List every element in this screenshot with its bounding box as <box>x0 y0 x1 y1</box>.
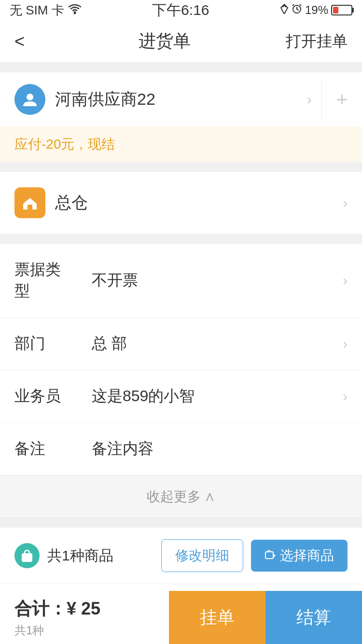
bottom-bar: 合计：¥ 25 共1种 挂单 结算 <box>0 591 362 644</box>
supplier-chevron-icon: › <box>307 91 312 108</box>
products-header: 共1种商品 修改明细 选择商品 <box>0 528 362 584</box>
collapse-bar[interactable]: 收起更多 ∧ <box>0 476 362 518</box>
remark-input[interactable]: 备注内容 <box>72 438 333 460</box>
select-product-label: 选择商品 <box>280 546 334 565</box>
salesperson-chevron-icon: › <box>343 388 348 405</box>
carrier-label: 无 SIM 卡 <box>10 2 64 19</box>
battery-percent: 19% <box>305 3 328 17</box>
select-product-button[interactable]: 选择商品 <box>251 540 348 572</box>
svg-rect-4 <box>22 553 32 562</box>
invoice-type-row[interactable]: 票据类型 不开票 › <box>0 244 362 318</box>
page-title: 进货单 <box>139 29 191 53</box>
department-label: 部门 <box>14 333 72 354</box>
remark-row[interactable]: 备注 备注内容 › <box>0 423 362 476</box>
warehouse-chevron-icon: › <box>343 195 348 211</box>
department-chevron-icon: › <box>343 336 348 352</box>
checkout-button[interactable]: 结算 <box>265 591 362 644</box>
nav-bar: < 进货单 打开挂单 <box>0 20 362 63</box>
svg-rect-5 <box>265 552 273 559</box>
department-value: 总 部 <box>72 333 338 354</box>
section-gap-3 <box>0 234 362 244</box>
warehouse-name: 总仓 <box>55 192 338 214</box>
wifi-icon <box>68 3 82 18</box>
total-amount: 合计：¥ 25 <box>14 597 154 621</box>
bottom-summary: 合计：¥ 25 共1种 <box>0 591 169 644</box>
salesperson-label: 业务员 <box>14 386 72 407</box>
alarm-icon <box>292 3 302 17</box>
section-gap-4 <box>0 518 362 528</box>
status-left: 无 SIM 卡 <box>10 2 82 19</box>
svg-point-2 <box>27 94 33 100</box>
invoice-type-label: 票据类型 <box>14 259 72 302</box>
invoice-chevron-icon: › <box>343 272 348 289</box>
open-hang-button[interactable]: 打开挂单 <box>286 31 348 52</box>
status-time: 下午6:16 <box>152 0 209 20</box>
total-count: 共1种 <box>14 623 154 638</box>
warehouse-icon <box>14 187 45 218</box>
supplier-selector[interactable]: 河南供应商22 › <box>14 72 312 126</box>
salesperson-row[interactable]: 业务员 这是859的小智 › <box>0 370 362 423</box>
supplier-divider <box>321 80 322 119</box>
section-gap-1 <box>0 63 362 72</box>
products-bag-icon <box>14 543 40 568</box>
select-product-icon <box>265 550 276 561</box>
add-supplier-button[interactable]: + <box>332 72 348 126</box>
location-icon <box>280 3 289 17</box>
back-button[interactable]: < <box>14 31 43 52</box>
department-row[interactable]: 部门 总 部 › <box>0 318 362 370</box>
edit-detail-button[interactable]: 修改明细 <box>161 539 243 572</box>
remark-label: 备注 <box>14 438 72 460</box>
section-gap-2 <box>0 162 362 172</box>
invoice-type-value: 不开票 <box>72 270 338 291</box>
hang-button[interactable]: 挂单 <box>169 591 265 644</box>
status-bar: 无 SIM 卡 下午6:16 19% <box>0 0 362 20</box>
status-right: 19% <box>280 3 352 17</box>
salesperson-value: 这是859的小智 <box>72 386 338 407</box>
supplier-avatar <box>14 84 45 115</box>
products-count-label: 共1种商品 <box>47 546 161 566</box>
warehouse-selector[interactable]: 总仓 › <box>0 172 362 234</box>
notice-bar: 应付-20元，现结 <box>0 126 362 162</box>
supplier-name: 河南供应商22 <box>55 88 302 111</box>
svg-rect-3 <box>28 205 32 210</box>
battery-icon <box>331 5 352 15</box>
supplier-section: 河南供应商22 › + <box>0 72 362 126</box>
svg-point-0 <box>73 12 76 14</box>
